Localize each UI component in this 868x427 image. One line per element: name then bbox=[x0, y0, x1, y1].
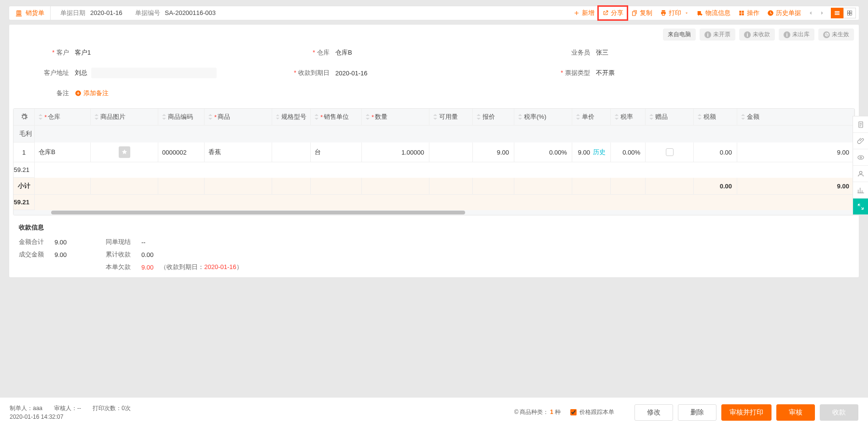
sort-icon bbox=[208, 114, 212, 120]
th-warehouse[interactable]: *仓库 bbox=[35, 109, 91, 126]
price-history-link[interactable]: 历史 bbox=[593, 148, 606, 157]
footer-timestamp: 2020-01-16 14:32:07 bbox=[10, 413, 131, 420]
share-icon bbox=[602, 10, 609, 16]
th-code[interactable]: 商品编码 bbox=[158, 109, 205, 126]
sort-icon bbox=[162, 114, 166, 120]
side-rail bbox=[853, 116, 868, 215]
view-card-toggle[interactable] bbox=[843, 8, 856, 18]
th-spec[interactable]: 规格型号 bbox=[272, 109, 311, 126]
svg-rect-2 bbox=[847, 14, 849, 15]
plus-circle-icon bbox=[75, 90, 82, 97]
payment-title: 收款信息 bbox=[19, 223, 849, 232]
tab-title: 销货单 bbox=[26, 9, 44, 17]
copy-button[interactable]: 复制 bbox=[627, 6, 656, 20]
sort-icon bbox=[276, 114, 279, 120]
next-doc-button[interactable] bbox=[816, 7, 828, 19]
list-icon bbox=[834, 10, 840, 16]
th-sale-unit[interactable]: *销售单位 bbox=[311, 109, 362, 126]
field-customer-address: 客户地址刘总 bbox=[28, 68, 289, 78]
sort-icon bbox=[433, 114, 437, 120]
svg-point-7 bbox=[860, 157, 861, 158]
cell-image bbox=[91, 142, 158, 162]
owe-amount: 9.00 bbox=[141, 264, 153, 271]
info-icon: i bbox=[704, 31, 711, 38]
th-tax-amount[interactable]: 税额 bbox=[694, 109, 737, 126]
card-icon bbox=[846, 10, 853, 16]
tab-sales-order[interactable]: 销货单 bbox=[12, 6, 51, 20]
history-button[interactable]: 历史单据 bbox=[763, 6, 805, 20]
delete-button[interactable]: 删除 bbox=[678, 404, 716, 421]
price-follow-checkbox[interactable]: 价格跟踪本单 bbox=[570, 408, 614, 416]
add-button[interactable]: 新增 bbox=[569, 6, 598, 20]
th-unit-price[interactable]: 单价 bbox=[572, 109, 611, 126]
view-list-toggle[interactable] bbox=[831, 8, 843, 18]
chevron-down-icon bbox=[684, 11, 689, 15]
cell-sale-unit: 台 bbox=[311, 142, 362, 162]
rail-view-button[interactable] bbox=[853, 149, 868, 166]
cell-tax-rate: 0.00% bbox=[514, 142, 572, 162]
th-available[interactable]: 可用量 bbox=[429, 109, 473, 126]
th-gross-profit[interactable]: 毛利 bbox=[14, 126, 35, 142]
chevron-right-icon bbox=[819, 10, 826, 16]
table-row[interactable]: 1 仓库B 0000002 香蕉 台 1.00000 9.00 0.00% 9.… bbox=[14, 142, 854, 178]
image-placeholder-icon bbox=[119, 146, 130, 158]
prev-doc-button[interactable] bbox=[805, 7, 816, 19]
logistics-button[interactable]: 物流信息 bbox=[693, 6, 734, 20]
line-items-table: *仓库 商品图片 商品编码 *商品 规格型号 *销售单位 *数量 可用量 报价 … bbox=[13, 108, 855, 215]
table-settings-button[interactable] bbox=[14, 109, 35, 126]
gift-checkbox[interactable] bbox=[666, 148, 674, 156]
cell-available bbox=[429, 142, 473, 162]
cell-amount: 9.00 bbox=[737, 142, 854, 162]
truck-icon bbox=[697, 10, 703, 16]
field-customer: *客户客户1 bbox=[28, 48, 289, 57]
rail-attachment-button[interactable] bbox=[853, 133, 868, 149]
review-print-button[interactable]: 审核并打印 bbox=[721, 404, 772, 421]
subtotal-tax-amount: 0.00 bbox=[694, 178, 737, 195]
svg-point-8 bbox=[859, 171, 862, 173]
add-remark-link[interactable]: 添加备注 bbox=[75, 89, 109, 98]
rail-expand-button[interactable] bbox=[853, 199, 868, 215]
th-amount[interactable]: 金额 bbox=[737, 109, 854, 126]
operate-button[interactable]: 操作 bbox=[734, 6, 763, 20]
history-icon bbox=[767, 10, 774, 16]
th-image[interactable]: 商品图片 bbox=[91, 109, 158, 126]
status-source: 来自电脑 bbox=[663, 28, 696, 41]
th-product[interactable]: *商品 bbox=[205, 109, 272, 126]
eye-icon bbox=[857, 154, 865, 161]
print-button[interactable]: 打印 bbox=[656, 6, 693, 20]
modify-button[interactable]: 修改 bbox=[634, 404, 673, 421]
svg-rect-1 bbox=[850, 11, 852, 13]
cell-code: 0000002 bbox=[158, 142, 205, 162]
th-tax-rate[interactable]: 税率(%) bbox=[514, 109, 572, 126]
chart-icon bbox=[857, 186, 865, 194]
plus-icon bbox=[573, 10, 580, 16]
subtotal-amount: 9.00 bbox=[737, 178, 854, 195]
th-gift[interactable]: 赠品 bbox=[646, 109, 694, 126]
attachment-icon bbox=[857, 137, 865, 145]
toolbar-actions: 新增 分享 复制 打印 物流信息 操作 历史单据 bbox=[569, 6, 856, 20]
th-offer[interactable]: 报价 bbox=[473, 109, 514, 126]
footer-meta: 制单人：aaa 审核人：-- 打印次数：0次 2020-01-16 14:32:… bbox=[10, 404, 131, 420]
review-button[interactable]: 审核 bbox=[776, 404, 815, 421]
info-icon: i bbox=[784, 31, 790, 38]
footer-bar: 制单人：aaa 审核人：-- 打印次数：0次 2020-01-16 14:32:… bbox=[0, 397, 868, 427]
status-not-effective: ⊘未生效 bbox=[818, 28, 854, 41]
grid-icon bbox=[738, 10, 745, 16]
rail-document-button[interactable] bbox=[853, 116, 868, 133]
share-button[interactable]: 分享 bbox=[598, 6, 627, 20]
horizontal-scrollbar[interactable] bbox=[14, 210, 854, 215]
address-placeholder bbox=[91, 68, 217, 78]
rail-chart-button[interactable] bbox=[853, 182, 868, 199]
th-qty[interactable]: *数量 bbox=[362, 109, 429, 126]
rail-user-button[interactable] bbox=[853, 166, 868, 182]
form-grid: *客户客户1 *仓库仓库B 业务员张三 客户地址刘总 *收款到期日2020-01… bbox=[9, 45, 859, 108]
field-salesperson: 业务员张三 bbox=[550, 48, 840, 57]
svg-rect-3 bbox=[850, 14, 852, 15]
receive-button[interactable]: 收款 bbox=[820, 404, 858, 421]
th-vat-rate[interactable]: 税率 bbox=[611, 109, 646, 126]
sales-order-icon bbox=[15, 9, 23, 17]
subtotal-label: 小计 bbox=[14, 178, 35, 195]
cell-unit-price: 9.00历史 bbox=[572, 142, 611, 162]
sort-icon bbox=[741, 114, 745, 120]
cell-tax-amount: 0.00 bbox=[694, 142, 737, 162]
